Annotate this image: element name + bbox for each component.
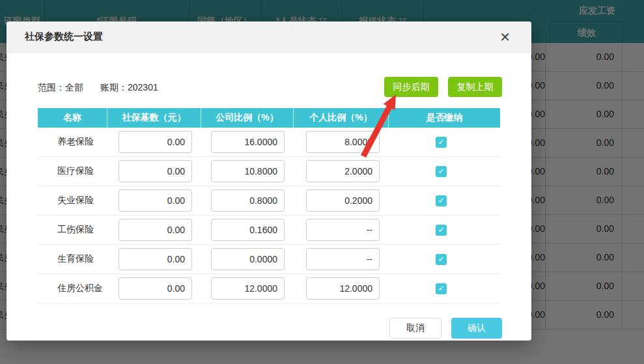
row-label: 养老保险: [38, 136, 107, 148]
insurance-table: 名称 社保基数（元） 公司比例（%） 个人比例（%） 是否缴纳 养老保险 医疗保…: [38, 108, 500, 303]
confirm-button[interactable]: 确认: [451, 318, 502, 339]
base-input[interactable]: [119, 131, 192, 153]
row-label: 工伤保险: [38, 224, 107, 236]
social-insurance-settings-dialog: 社保参数统一设置 ✕ 范围：全部 账期：202301 同步后期 复制上期 名称 …: [7, 21, 531, 341]
pay-checkbox[interactable]: [436, 283, 447, 294]
company-ratio-input[interactable]: [211, 248, 285, 270]
row-label: 失业保险: [38, 195, 107, 206]
pay-checkbox[interactable]: [436, 254, 447, 265]
pay-checkbox[interactable]: [436, 137, 447, 148]
base-input[interactable]: [119, 189, 192, 212]
cancel-button[interactable]: 取消: [389, 318, 441, 339]
personal-ratio-input[interactable]: [306, 160, 380, 182]
close-icon[interactable]: ✕: [496, 29, 514, 45]
personal-ratio-input[interactable]: [306, 248, 380, 270]
sync-later-periods-button[interactable]: 同步后期: [384, 77, 438, 97]
period-value: 202301: [128, 82, 158, 92]
company-ratio-input[interactable]: [211, 160, 285, 182]
base-input[interactable]: [119, 277, 192, 300]
table-row-work-injury: 工伤保险: [38, 216, 500, 245]
company-ratio-input[interactable]: [211, 131, 285, 153]
personal-ratio-input[interactable]: [306, 131, 380, 153]
table-row-medical: 医疗保险: [38, 157, 500, 186]
table-row-maternity: 生育保险: [38, 245, 500, 274]
scope-label: 范围：: [38, 82, 65, 92]
personal-ratio-input[interactable]: [306, 277, 380, 300]
scope-value: 全部: [65, 82, 83, 92]
base-input[interactable]: [119, 160, 192, 182]
pay-checkbox[interactable]: [436, 166, 447, 177]
company-ratio-input[interactable]: [211, 219, 285, 241]
base-input[interactable]: [119, 248, 192, 270]
personal-ratio-input[interactable]: [306, 219, 380, 241]
base-input[interactable]: [119, 219, 192, 241]
dialog-titlebar: 社保参数统一设置 ✕: [7, 21, 531, 53]
row-label: 住房公积金: [38, 283, 107, 294]
dialog-title: 社保参数统一设置: [25, 31, 103, 43]
header-base: 社保基数（元）: [107, 108, 201, 128]
dialog-body: 范围：全部 账期：202301 同步后期 复制上期 名称 社保基数（元） 公司比…: [7, 53, 531, 341]
insurance-table-header: 名称 社保基数（元） 公司比例（%） 个人比例（%） 是否缴纳: [38, 108, 500, 128]
pay-checkbox[interactable]: [436, 225, 447, 236]
table-row-housing-fund: 住房公积金: [38, 274, 500, 303]
scope-text: 范围：全部: [38, 82, 83, 94]
row-label: 生育保险: [38, 253, 107, 265]
header-company-ratio: 公司比例（%）: [201, 108, 294, 128]
personal-ratio-input[interactable]: [306, 189, 380, 212]
company-ratio-input[interactable]: [211, 277, 285, 300]
header-pay-or-not: 是否缴纳: [389, 108, 500, 128]
table-row-pension: 养老保险: [38, 128, 500, 157]
period-text: 账期：202301: [100, 82, 158, 94]
table-row-unemployment: 失业保险: [38, 186, 500, 216]
pay-checkbox[interactable]: [436, 195, 447, 206]
row-label: 医疗保险: [38, 165, 107, 177]
scope-period-info: 范围：全部 账期：202301: [38, 82, 158, 94]
copy-previous-period-button[interactable]: 复制上期: [448, 77, 502, 97]
period-label: 账期：: [100, 82, 128, 92]
header-name: 名称: [38, 108, 107, 128]
header-personal-ratio: 个人比例（%）: [294, 108, 389, 128]
company-ratio-input[interactable]: [211, 189, 285, 212]
